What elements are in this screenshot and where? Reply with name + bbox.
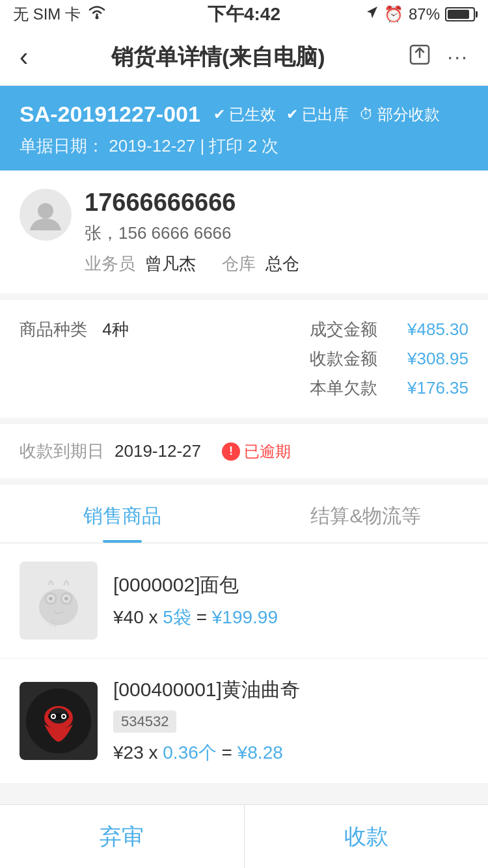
svg-point-8: [49, 597, 53, 601]
order-badges: ✔ 已生效 ✔ 已出库 ⏱ 部分收款: [213, 104, 440, 125]
status-bar: 无 SIM 卡 下午4:42 ⏰ 87%: [0, 0, 488, 29]
product-price-2: ¥23 x 0.36个 = ¥8.28: [113, 740, 468, 765]
summary-section: 商品种类 4种 成交金额 ¥485.30 收款金额 ¥308.95 本单欠款 ¥…: [0, 300, 488, 424]
product-total-1: ¥199.99: [212, 607, 278, 627]
warehouse-label: 仓库 总仓: [222, 252, 299, 275]
product-thumbnail-2: [20, 682, 98, 760]
badge-active: ✔ 已生效: [213, 104, 276, 125]
svg-point-17: [52, 715, 55, 718]
status-bar-left: 无 SIM 卡: [13, 4, 107, 25]
svg-point-0: [96, 16, 99, 20]
nav-bar: ‹ 销货单详情(来自电脑) ···: [0, 29, 488, 86]
salesperson-label: 业务员 曾凡杰: [85, 252, 196, 275]
tab-settlement[interactable]: 结算&物流等: [244, 485, 488, 543]
summary-right: 成交金额 ¥485.30 收款金额 ¥308.95 本单欠款 ¥176.35: [310, 318, 468, 400]
order-date: 单据日期： 2019-12-27 | 打印 2 次: [20, 135, 468, 157]
product-name-1: [0000002]面包: [113, 572, 468, 599]
carrier-text: 无 SIM 卡: [13, 4, 81, 25]
badge-partial: ⏱ 部分收款: [359, 104, 440, 125]
owed-amount-row: 本单欠款 ¥176.35: [310, 377, 468, 400]
svg-point-2: [38, 203, 53, 219]
category-label: 商品种类: [20, 319, 87, 339]
page-title: 销货单详情(来自电脑): [111, 42, 325, 72]
product-price-1: ¥40 x 5袋 = ¥199.99: [113, 605, 468, 630]
back-button[interactable]: ‹: [20, 42, 28, 72]
status-bar-time: 下午4:42: [208, 2, 280, 27]
due-date-value: 2019-12-27: [115, 441, 201, 461]
products-section: 鸟+ [0000002]面包 ¥40 x 5袋 = ¥199.99: [0, 543, 488, 784]
badge-shipped: ✔ 已出库: [286, 104, 349, 125]
customer-meta: 业务员 曾凡杰 仓库 总仓: [85, 252, 468, 275]
received-amount-row: 收款金额 ¥308.95: [310, 347, 468, 370]
product-info-1: [0000002]面包 ¥40 x 5袋 = ¥199.99: [113, 572, 468, 630]
status-bar-right: ⏰ 87%: [366, 5, 475, 23]
due-date-label: 收款到期日: [20, 440, 104, 463]
location-icon: [366, 5, 379, 23]
svg-point-18: [62, 715, 65, 718]
tab-sales-products[interactable]: 销售商品: [0, 485, 244, 543]
product-info-2: [000400001]黄油曲奇 534532 ¥23 x 0.36个 = ¥8.…: [113, 677, 468, 765]
deal-amount: ¥485.30: [390, 319, 468, 340]
svg-text:鸟+: 鸟+: [49, 619, 61, 628]
received-amount: ¥308.95: [390, 349, 468, 369]
product-thumbnail-1: 鸟+: [20, 562, 98, 640]
due-date-section: 收款到期日 2019-12-27 ! 已逾期: [0, 424, 488, 485]
order-header: SA-20191227-001 ✔ 已生效 ✔ 已出库 ⏱ 部分收款 单据日期：…: [0, 86, 488, 170]
more-button[interactable]: ···: [447, 45, 468, 69]
product-sku-2: 534532: [113, 711, 176, 733]
tabs-section: 销售商品 结算&物流等: [0, 485, 488, 543]
customer-name: 张，156 6666 6666: [85, 222, 468, 245]
order-id: SA-20191227-001: [20, 102, 200, 127]
deal-amount-row: 成交金额 ¥485.30: [310, 318, 468, 341]
summary-left: 商品种类 4种: [20, 318, 139, 400]
product-image-owl: 鸟+: [20, 562, 98, 640]
share-button[interactable]: [408, 43, 431, 71]
customer-avatar: [20, 189, 72, 241]
product-total-2: ¥8.28: [237, 742, 283, 763]
category-count: 4种: [102, 319, 128, 339]
battery-text: 87%: [409, 5, 440, 23]
battery-icon: [445, 7, 475, 21]
customer-info: 17666666666 张，156 6666 6666 业务员 曾凡杰 仓库 总…: [85, 189, 468, 275]
collect-payment-button[interactable]: 收款: [245, 805, 489, 868]
svg-point-9: [64, 597, 68, 601]
list-item: 鸟+ [0000002]面包 ¥40 x 5袋 = ¥199.99: [0, 543, 488, 658]
customer-phone: 17666666666: [85, 189, 468, 217]
product-name-2: [000400001]黄油曲奇: [113, 677, 468, 703]
customer-section: 17666666666 张，156 6666 6666 业务员 曾凡杰 仓库 总…: [0, 170, 488, 300]
cancel-review-button[interactable]: 弃审: [0, 805, 245, 868]
wifi-icon: [87, 5, 107, 23]
alarm-icon: ⏰: [384, 5, 403, 23]
nav-right: ···: [408, 43, 468, 71]
overdue-text: 已逾期: [244, 441, 291, 462]
bottom-bar: 弃审 收款: [0, 804, 488, 868]
overdue-icon: !: [222, 442, 240, 461]
overdue-badge: ! 已逾期: [222, 441, 291, 462]
owed-amount: ¥176.35: [390, 378, 468, 398]
list-item: [000400001]黄油曲奇 534532 ¥23 x 0.36个 = ¥8.…: [0, 658, 488, 784]
product-image-ninja: [20, 682, 98, 760]
